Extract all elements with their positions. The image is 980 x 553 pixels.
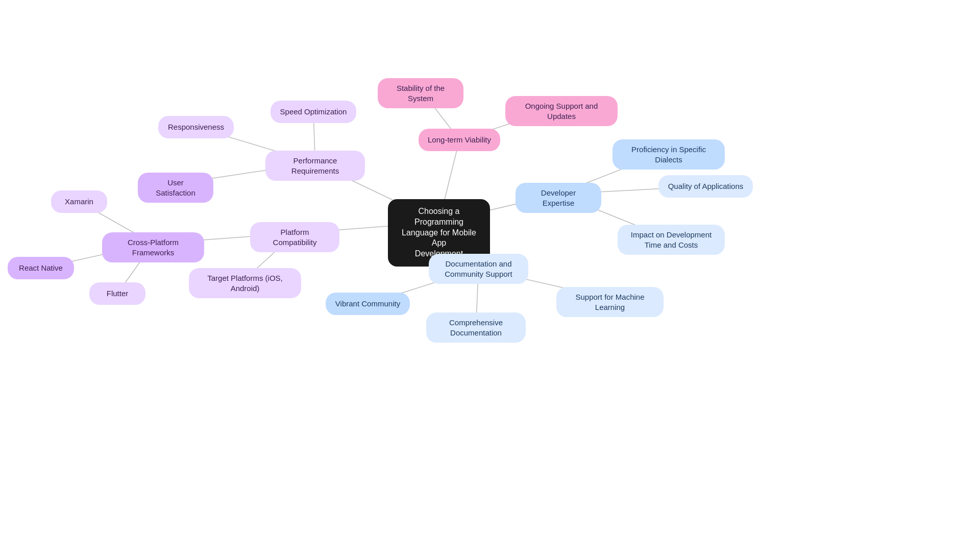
node-flutter[interactable]: Flutter xyxy=(89,282,145,305)
node-react-native[interactable]: React Native xyxy=(8,257,74,279)
node-target-platforms[interactable]: Target Platforms (iOS, Android) xyxy=(189,268,301,298)
node-xamarin[interactable]: Xamarin xyxy=(51,190,107,213)
node-speed[interactable]: Speed Optimization xyxy=(271,101,356,123)
node-comprehensive-doc[interactable]: Comprehensive Documentation xyxy=(426,312,526,343)
node-vibrant-community[interactable]: Vibrant Community xyxy=(326,293,410,315)
node-machine-learning[interactable]: Support for Machine Learning xyxy=(556,287,664,317)
node-impact-dev-time[interactable]: Impact on Development Time and Costs xyxy=(618,225,725,255)
node-user-satisfaction[interactable]: User Satisfaction xyxy=(138,173,213,203)
node-performance[interactable]: Performance Requirements xyxy=(265,151,365,181)
node-responsiveness[interactable]: Responsiveness xyxy=(158,116,234,138)
node-stability[interactable]: Stability of the System xyxy=(378,78,463,108)
node-doc-community[interactable]: Documentation and Community Support xyxy=(429,254,528,284)
node-developer-expertise[interactable]: Developer Expertise xyxy=(516,183,601,213)
node-proficiency[interactable]: Proficiency in Specific Dialects xyxy=(612,139,725,170)
mindmap-container: Choosing a Programming Language for Mobi… xyxy=(0,0,980,553)
node-long-term[interactable]: Long-term Viability xyxy=(419,129,500,151)
node-cross-platform[interactable]: Cross-Platform Frameworks xyxy=(102,232,204,262)
node-ongoing-support[interactable]: Ongoing Support and Updates xyxy=(505,96,618,126)
node-platform-compat[interactable]: Platform Compatibility xyxy=(250,222,339,252)
node-quality[interactable]: Quality of Applications xyxy=(658,175,753,198)
